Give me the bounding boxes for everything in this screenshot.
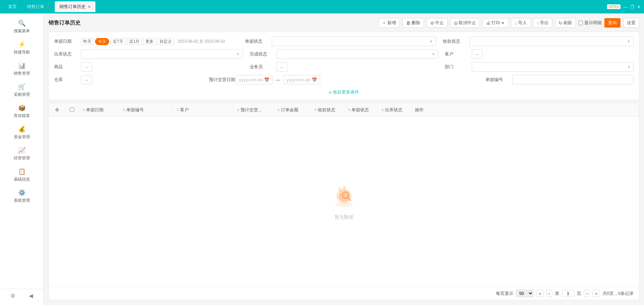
th-number[interactable]: ⇅ 单据编号: [119, 104, 173, 116]
th-delivery[interactable]: ⇅ 预计交货...: [233, 104, 274, 116]
sidebar-item-basic-info[interactable]: 📋 基础信息: [0, 164, 43, 186]
sidebar-item-system-mgmt[interactable]: ⚙️ 系统管理: [0, 186, 43, 207]
calendar-from-icon: 📅: [264, 77, 269, 82]
completion-status-select[interactable]: ▼: [276, 49, 438, 59]
product-dots-btn[interactable]: ···: [81, 62, 92, 72]
outbound-status-select[interactable]: ▼: [81, 49, 243, 59]
payment-status-select[interactable]: ▼: [470, 37, 634, 46]
order-status-select[interactable]: ▼: [272, 37, 436, 46]
settings-button[interactable]: 设置: [623, 18, 639, 28]
th-delivery-label: 预计交货...: [241, 107, 262, 113]
sidebar-item-purchase-mgmt[interactable]: 🛒 采购管理: [0, 80, 43, 101]
doc-number-input[interactable]: [512, 75, 634, 84]
last-page-btn[interactable]: »: [593, 290, 600, 297]
th-customer[interactable]: ⇅ 客户: [173, 104, 233, 116]
pagination-bar: 每页显示 50 10 20 100 « ‹ 第 页 › » 共0页，0条记录: [49, 287, 639, 300]
sidebar-item-basic-info-label: 基础信息: [14, 177, 30, 182]
th-order-label: 单据状态: [351, 107, 369, 113]
order-status-arrow: ▼: [429, 39, 433, 43]
tab-sales-order-history-close[interactable]: ✕: [88, 5, 91, 9]
date-btn-today[interactable]: 今天: [95, 38, 109, 45]
sidebar-collapse-icon[interactable]: ◀: [29, 293, 33, 299]
warehouse-dots-btn[interactable]: ···: [81, 75, 92, 84]
th-check[interactable]: [66, 105, 79, 115]
tab-sales-order-close[interactable]: ✕: [46, 5, 49, 9]
cancel-stop-label: 取消中止: [459, 20, 476, 26]
capital-mgmt-icon: 💰: [18, 125, 26, 133]
filter-row-3: 商品 ··· 业务员 ··· 部门 ▼: [54, 62, 634, 72]
new-button[interactable]: ＋ 新增: [378, 18, 400, 28]
import-icon: ↓: [515, 21, 517, 26]
delete-button[interactable]: 🗑 删除: [402, 18, 424, 28]
page-number-input[interactable]: [562, 290, 574, 297]
tab-home[interactable]: 首页: [3, 1, 22, 12]
payment-status-arrow: ▼: [627, 39, 631, 43]
new-label: 新增: [387, 20, 396, 26]
page-size-label: 每页显示: [496, 291, 513, 297]
salesperson-dots-btn[interactable]: ···: [276, 62, 288, 72]
tab-sales-order[interactable]: 销售订单 ✕: [22, 1, 54, 12]
restore-btn[interactable]: ❐: [630, 4, 634, 9]
tab-sales-order-history[interactable]: 销售订单历史 ✕: [55, 1, 95, 12]
next-page-btn[interactable]: ›: [584, 290, 590, 297]
sidebar-item-quick-nav[interactable]: ⚡ 快捷导航: [0, 37, 43, 59]
th-payment[interactable]: ⇅ 收款状态: [311, 104, 344, 116]
department-select[interactable]: ▼: [472, 62, 634, 72]
collapse-row: ∧ 收起更多条件: [54, 88, 634, 95]
customer-dots-btn[interactable]: ···: [472, 49, 483, 59]
th-settings[interactable]: ⚙: [49, 105, 66, 115]
th-order-status[interactable]: ⇅ 单据状态: [344, 104, 378, 116]
stop-button[interactable]: ⊘ 中止: [427, 18, 447, 28]
cancel-stop-button[interactable]: ◎ 取消中止: [450, 18, 480, 28]
sidebar-item-sales-mgmt-label: 销售管理: [14, 71, 30, 76]
filter-label-completion: 完成状态: [250, 51, 276, 57]
sidebar-item-capital-mgmt[interactable]: 💰 资金管理: [0, 122, 43, 143]
sort-icon-number: ⇅: [123, 108, 125, 112]
sidebar-item-operations[interactable]: 📈 经营管理: [0, 143, 43, 164]
display-detail-checkbox[interactable]: [578, 21, 583, 25]
close-btn[interactable]: ✕: [637, 4, 641, 9]
date-btn-1month[interactable]: 近1月: [127, 38, 142, 45]
import-button[interactable]: ↓ 导入: [511, 18, 530, 28]
first-page-btn[interactable]: «: [536, 290, 543, 297]
collapse-btn[interactable]: ∧ 收起更多条件: [329, 89, 359, 95]
print-button[interactable]: 🖨 打印 ▼: [482, 18, 508, 28]
filter-label-delivery-date: 预计交货日期: [209, 77, 236, 83]
delete-label: 删除: [412, 20, 420, 26]
toolbar: ＋ 新增 🗑 删除 ⊘ 中止 ◎ 取消中止 🖨 打印: [378, 18, 639, 28]
refresh-button[interactable]: ↻ 刷新: [555, 18, 576, 28]
minimize-btn[interactable]: —: [623, 4, 628, 9]
print-label: 打印: [491, 20, 500, 26]
content-area: 销售订单历史 ＋ 新增 🗑 删除 ⊘ 中止 ◎ 取消中止: [44, 13, 644, 305]
delivery-date-to[interactable]: yyyy-mm-dd 📅: [284, 75, 320, 84]
delivery-date-from[interactable]: yyyy-mm-dd 📅: [236, 75, 272, 84]
sidebar-settings-icon[interactable]: ⚙: [10, 293, 15, 299]
display-detail-toggle[interactable]: 显示明细: [578, 20, 602, 26]
prev-page-btn[interactable]: ‹: [546, 290, 552, 297]
sidebar-item-purchase-mgmt-label: 采购管理: [14, 92, 30, 98]
collapse-label: 收起更多条件: [333, 89, 359, 95]
select-all-checkbox[interactable]: [70, 108, 74, 112]
th-warehouse-status[interactable]: ⇅ 出库状态: [378, 104, 412, 116]
query-button[interactable]: 查询: [604, 18, 620, 28]
date-btn-custom[interactable]: 自定义: [157, 38, 174, 45]
export-button[interactable]: ↑ 导出: [533, 18, 553, 28]
th-action: 操作: [412, 104, 639, 116]
stop-label: 中止: [435, 20, 444, 26]
page-size-select[interactable]: 50 10 20 100: [516, 290, 533, 297]
sidebar-item-inventory[interactable]: 📦 库存核算: [0, 101, 43, 122]
th-amount[interactable]: ⇅ 订单金额: [274, 104, 311, 116]
filter-label-customer: 客户: [445, 51, 472, 57]
page-header: 销售订单历史 ＋ 新增 🗑 删除 ⊘ 中止 ◎ 取消中止: [48, 18, 639, 28]
operations-icon: 📈: [18, 147, 26, 154]
date-btn-more[interactable]: 更多: [143, 38, 156, 45]
sidebar-item-sales-mgmt[interactable]: 📊 销售管理: [0, 59, 43, 80]
date-dash: —: [276, 77, 280, 82]
page-label: 页: [577, 291, 581, 297]
date-btn-yesterday[interactable]: 昨天: [81, 38, 94, 45]
sort-icon-date: ⇅: [82, 108, 85, 112]
sidebar-item-search-menu[interactable]: 🔍 搜索菜单: [0, 16, 43, 37]
date-btn-7days[interactable]: 近7天: [111, 38, 126, 45]
th-date[interactable]: ⇅ 单据日期: [79, 104, 119, 116]
import-label: 导入: [518, 20, 527, 26]
